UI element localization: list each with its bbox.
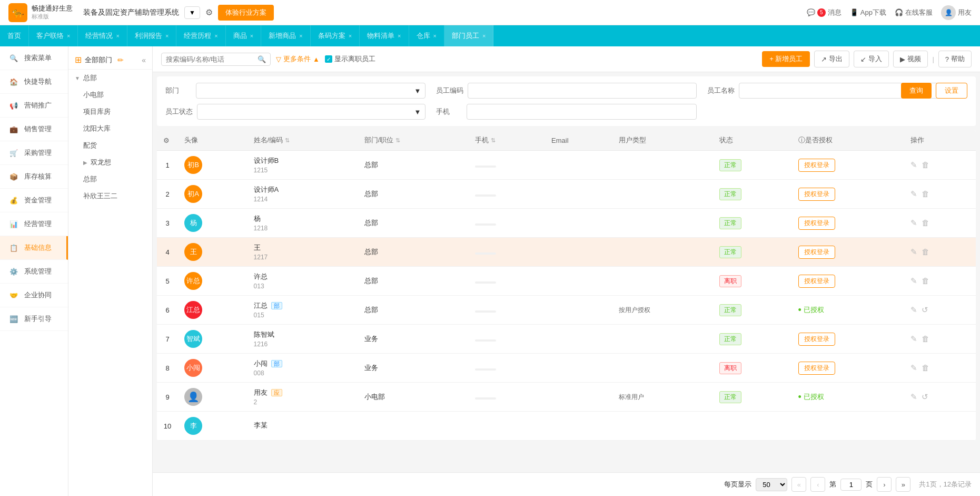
phone-sort-icon[interactable]: ⇅ — [491, 137, 496, 144]
auth-button-3[interactable]: 授权登录 — [798, 217, 835, 230]
delete-icon-2[interactable]: 🗑 — [922, 189, 929, 199]
auth-button-1[interactable]: 授权登录 — [798, 159, 835, 172]
tab-new-goods[interactable]: 新增商品 × — [261, 25, 310, 46]
auth-button-4[interactable]: 授权登录 — [798, 246, 835, 259]
edit-icon-8[interactable]: ✎ — [910, 363, 917, 373]
sidebar-item-purchase[interactable]: 🛒 采购管理 — [0, 141, 68, 165]
dept-sort-icon[interactable]: ⇅ — [395, 137, 400, 144]
auth-button-7[interactable]: 授权登录 — [798, 333, 835, 346]
sidebar-item-basic[interactable]: 📋 基础信息 — [0, 236, 68, 260]
per-page-select[interactable]: 50 100 — [756, 478, 787, 491]
page-input[interactable] — [840, 479, 862, 491]
user-item[interactable]: 👤 用友 — [941, 5, 972, 20]
tab-customer-close[interactable]: × — [67, 33, 70, 39]
tab-department-close[interactable]: × — [482, 33, 486, 39]
set-button[interactable]: 设置 — [936, 83, 967, 99]
dept-item-shuanglongxiang[interactable]: ▶ 双龙想 — [68, 154, 152, 171]
dept-edit-icon[interactable]: ✏ — [117, 56, 124, 64]
next-page-button[interactable]: › — [877, 477, 892, 492]
show-resigned-checkbox[interactable]: ✓ — [325, 55, 332, 63]
tab-department[interactable]: 部门员工 × — [444, 25, 493, 46]
add-employee-button[interactable]: + 新增员工 — [762, 51, 810, 67]
sidebar-item-business[interactable]: 📊 经营管理 — [0, 212, 68, 236]
prev-page-button[interactable]: ‹ — [810, 477, 825, 492]
edit-icon-3[interactable]: ✎ — [910, 218, 917, 228]
restore-icon-9[interactable]: ↺ — [922, 392, 928, 402]
first-page-button[interactable]: « — [791, 477, 806, 492]
edit-icon-4[interactable]: ✎ — [910, 247, 917, 257]
last-page-button[interactable]: » — [896, 477, 910, 492]
tab-barcode-close[interactable]: × — [349, 33, 352, 39]
settings-gear-icon[interactable]: ⚙ — [205, 7, 213, 17]
sidebar-item-enterprise[interactable]: 🤝 企业协同 — [0, 284, 68, 307]
help-button[interactable]: ? 帮助 — [938, 51, 972, 67]
tab-barcode[interactable]: 条码方案 × — [311, 25, 360, 46]
edit-icon-7[interactable]: ✎ — [910, 334, 917, 344]
tab-goods-close[interactable]: × — [250, 33, 253, 39]
export-button[interactable]: ↗ 导出 — [814, 51, 849, 67]
delete-icon-8[interactable]: 🗑 — [922, 363, 929, 373]
tab-bom-close[interactable]: × — [398, 33, 401, 39]
auth-button-2[interactable]: 授权登录 — [798, 188, 835, 201]
sidebar-item-guide[interactable]: 🆕 新手引导 — [0, 307, 68, 331]
table-settings-icon[interactable]: ⚙ — [163, 137, 170, 144]
tab-business-status-close[interactable]: × — [116, 33, 119, 39]
delete-icon-3[interactable]: 🗑 — [922, 218, 929, 228]
sidebar-item-search[interactable]: 🔍 搜索菜单 — [0, 46, 68, 70]
system-dropdown[interactable]: ▼ — [184, 6, 200, 19]
more-filter-button[interactable]: ▽ 更多条件 ▲ — [276, 54, 320, 64]
restore-icon-6[interactable]: ↺ — [922, 305, 928, 315]
edit-icon-1[interactable]: ✎ — [910, 160, 917, 170]
sidebar-item-finance[interactable]: 💰 资金管理 — [0, 189, 68, 212]
edit-icon-6[interactable]: ✎ — [910, 305, 917, 315]
dept-item-shenyang[interactable]: 沈阳大库 — [68, 120, 152, 137]
sidebar-item-quicknav[interactable]: 🏠 快捷导航 — [0, 70, 68, 94]
dept-item-xiaodian[interactable]: 小电部 — [68, 86, 152, 103]
delete-icon-4[interactable]: 🗑 — [922, 247, 929, 257]
online-service-item[interactable]: 🎧 在线客服 — [895, 8, 933, 17]
tab-business-history-close[interactable]: × — [214, 33, 217, 39]
edit-icon-2[interactable]: ✎ — [910, 189, 917, 199]
status-filter-select[interactable]: ▼ — [197, 104, 425, 120]
view-button[interactable]: ▶ 视频 — [893, 51, 928, 67]
dept-item-root[interactable]: ▼ 总部 — [68, 70, 152, 86]
auth-button-8[interactable]: 授权登录 — [798, 362, 835, 375]
dept-item-peihuo[interactable]: 配货 — [68, 137, 152, 154]
sidebar-item-inventory[interactable]: 📦 库存核算 — [0, 165, 68, 189]
tab-warehouse-close[interactable]: × — [433, 33, 437, 39]
code-filter-input[interactable] — [468, 83, 696, 99]
search-input[interactable] — [166, 55, 254, 63]
dept-filter-select[interactable]: ▼ — [196, 83, 425, 99]
tab-warehouse[interactable]: 仓库 × — [409, 25, 444, 46]
dept-item-project[interactable]: 项目库房 — [68, 103, 152, 120]
edit-icon-9[interactable]: ✎ — [910, 392, 917, 402]
delete-icon-1[interactable]: 🗑 — [922, 160, 929, 170]
name-sort-icon[interactable]: ⇅ — [285, 137, 290, 144]
tab-business-status[interactable]: 经营情况 × — [78, 25, 127, 46]
tab-bom[interactable]: 物料清单 × — [360, 25, 409, 46]
tab-profit[interactable]: 利润报告 × — [127, 25, 176, 46]
show-resigned-label[interactable]: ✓ 显示离职员工 — [325, 54, 375, 64]
auth-button-5[interactable]: 授权登录 — [798, 275, 835, 288]
delete-icon-5[interactable]: 🗑 — [922, 276, 929, 286]
tab-profit-close[interactable]: × — [165, 33, 169, 39]
tab-customer[interactable]: 客户联络 × — [29, 25, 78, 46]
tab-new-goods-close[interactable]: × — [299, 33, 302, 39]
import-button[interactable]: ↙ 导入 — [854, 51, 889, 67]
dept-item-puxin[interactable]: 补欣王三二 — [68, 188, 152, 205]
delete-icon-7[interactable]: 🗑 — [922, 334, 929, 344]
tab-business-history[interactable]: 经营历程 × — [176, 25, 225, 46]
dept-item-zongbu[interactable]: 总部 — [68, 171, 152, 188]
dept-collapse-icon[interactable]: « — [142, 56, 146, 64]
trial-button[interactable]: 体验行业方案 — [218, 5, 274, 21]
tab-goods[interactable]: 商品 × — [226, 25, 261, 46]
search-button[interactable]: 查询 — [901, 83, 932, 99]
message-item[interactable]: 💬 5 消息 — [807, 8, 842, 17]
phone-filter-input[interactable] — [467, 104, 696, 120]
sidebar-item-sales[interactable]: 💼 销售管理 — [0, 118, 68, 141]
edit-icon-5[interactable]: ✎ — [910, 276, 917, 286]
app-download-item[interactable]: 📱 App下载 — [850, 8, 886, 17]
sidebar-item-marketing[interactable]: 📢 营销推广 — [0, 94, 68, 118]
tab-home[interactable]: 首页 — [0, 25, 29, 46]
sidebar-item-system[interactable]: ⚙️ 系统管理 — [0, 260, 68, 284]
